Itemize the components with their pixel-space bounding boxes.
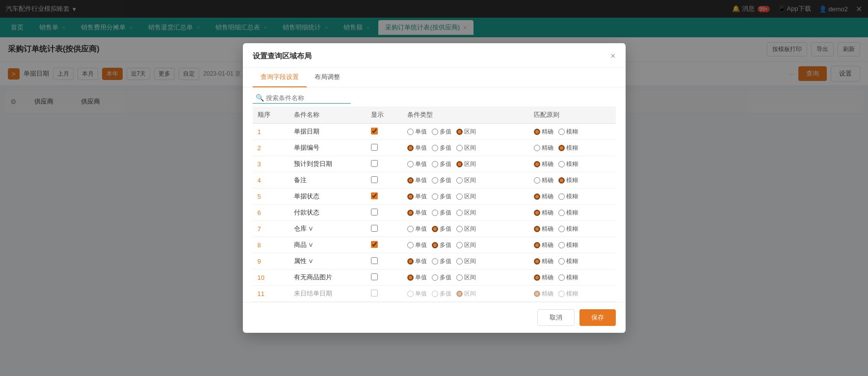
dialog-tabs: 查询字段设置 布局调整 [243, 68, 626, 87]
search-input[interactable] [266, 94, 344, 102]
dialog-header: 设置查询区域布局 × [243, 43, 626, 68]
col-show: 显示 [366, 107, 402, 118]
tab-layout[interactable]: 布局调整 [307, 68, 348, 87]
dialog-search-area: 🔍 [243, 87, 626, 107]
settings-dialog: 设置查询区域布局 × 查询字段设置 布局调整 🔍 顺序 条件名称 显示 [243, 43, 626, 118]
modal-overlay: 设置查询区域布局 × 查询字段设置 布局调整 🔍 顺序 条件名称 显示 [0, 0, 868, 118]
dialog-table-area: 顺序 条件名称 显示 条件类型 匹配原则 1 单据日期 [243, 107, 626, 118]
col-match: 匹配原则 [529, 107, 616, 118]
search-icon: 🔍 [256, 94, 264, 102]
dialog-close-button[interactable]: × [610, 51, 616, 61]
col-name: 条件名称 [289, 107, 367, 118]
col-type: 条件类型 [402, 107, 528, 118]
col-order: 顺序 [253, 107, 289, 118]
search-input-wrapper: 🔍 [253, 92, 351, 104]
dialog-title: 设置查询区域布局 [253, 52, 312, 61]
tab-query-fields[interactable]: 查询字段设置 [253, 68, 307, 87]
conditions-table: 顺序 条件名称 显示 条件类型 匹配原则 1 单据日期 [253, 107, 616, 118]
